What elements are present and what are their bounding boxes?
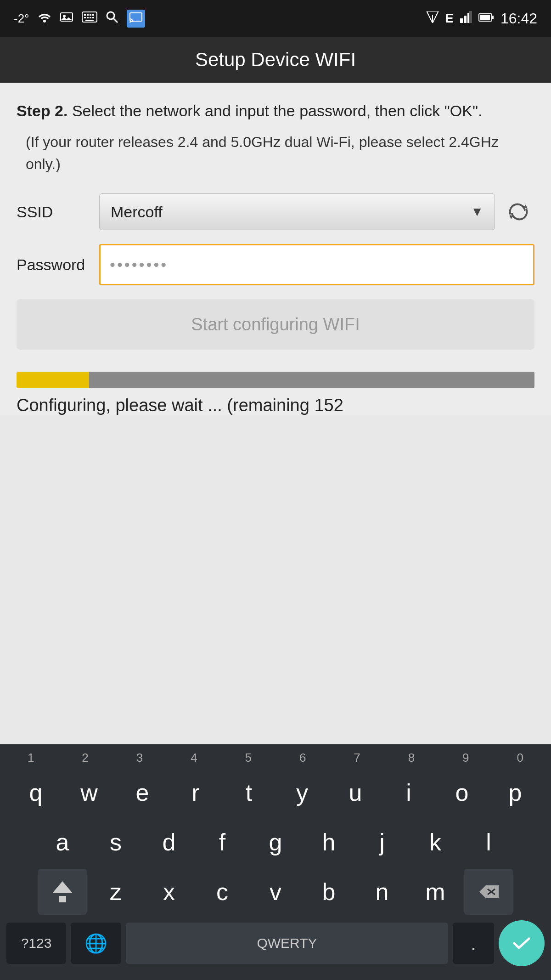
configure-wifi-label: Start configuring WIFI [191, 315, 360, 334]
symbols-button[interactable]: ?123 [6, 923, 66, 964]
password-label: Password [17, 256, 99, 274]
step-description: Select the network and input the passwor… [67, 102, 482, 119]
svg-rect-20 [464, 16, 467, 23]
key-g[interactable]: g [251, 819, 300, 865]
title-bar: Setup Device WIFI [0, 37, 551, 83]
status-bar-left: -2° [14, 10, 145, 28]
svg-rect-6 [90, 14, 91, 16]
key-k[interactable]: k [411, 819, 460, 865]
content-area: Step 2. Select the network and input the… [0, 83, 551, 361]
key-hint-2: 2 [60, 751, 111, 765]
key-u[interactable]: u [331, 770, 380, 816]
refresh-button[interactable] [502, 196, 534, 228]
status-bar-right: E 16:42 [427, 10, 537, 27]
keyboard: 1 2 3 4 5 6 7 8 9 0 q w e r t y u i o p … [0, 744, 551, 980]
key-z[interactable]: z [91, 869, 140, 915]
key-b[interactable]: b [304, 869, 353, 915]
key-c[interactable]: c [198, 869, 247, 915]
keyboard-row-3: z x c v b n m [0, 867, 551, 917]
key-o[interactable]: o [438, 770, 486, 816]
globe-button[interactable]: 🌐 [71, 923, 121, 964]
password-input-wrapper [99, 244, 534, 285]
key-hint-7: 7 [332, 751, 382, 765]
key-hint-8: 8 [386, 751, 437, 765]
key-p[interactable]: p [491, 770, 540, 816]
svg-rect-4 [84, 14, 86, 16]
svg-rect-24 [492, 16, 494, 19]
period-label: . [471, 932, 476, 955]
backspace-button[interactable] [464, 869, 513, 915]
dropdown-arrow-icon: ▼ [471, 204, 484, 219]
step-instruction: Step 2. Select the network and input the… [17, 99, 534, 123]
e-signal-label: E [445, 11, 454, 26]
cast-icon [127, 10, 145, 28]
battery-icon [478, 11, 494, 26]
progress-bar-container [17, 372, 534, 388]
keyboard-row-2: a s d f g h j k l [0, 817, 551, 867]
svg-rect-5 [87, 14, 89, 16]
space-label: QWERTY [257, 935, 317, 951]
key-hint-3: 3 [114, 751, 165, 765]
time-display: 16:42 [500, 10, 537, 27]
key-y[interactable]: y [278, 770, 326, 816]
svg-rect-7 [92, 14, 94, 16]
key-a[interactable]: a [38, 819, 87, 865]
key-hint-0: 0 [495, 751, 545, 765]
ssid-row: SSID Mercoff ▼ [17, 193, 534, 230]
key-s[interactable]: s [91, 819, 140, 865]
refresh-icon [507, 201, 529, 223]
key-j[interactable]: j [358, 819, 406, 865]
key-v[interactable]: v [251, 869, 300, 915]
key-e[interactable]: e [118, 770, 167, 816]
key-d[interactable]: d [145, 819, 193, 865]
key-q[interactable]: q [11, 770, 60, 816]
key-w[interactable]: w [65, 770, 113, 816]
svg-rect-22 [469, 11, 472, 23]
key-m[interactable]: m [411, 869, 460, 915]
svg-rect-9 [87, 17, 89, 18]
keyboard-bottom-row: ?123 🌐 QWERTY . [0, 917, 551, 980]
key-i[interactable]: i [384, 770, 433, 816]
password-input[interactable] [99, 244, 534, 285]
backspace-icon [478, 884, 500, 900]
key-x[interactable]: x [145, 869, 193, 915]
enter-button[interactable] [499, 920, 545, 966]
key-hint-6: 6 [277, 751, 328, 765]
wifi-icon [38, 11, 51, 26]
wifi-signal-icon [427, 11, 439, 26]
key-t[interactable]: t [225, 770, 273, 816]
checkmark-icon [512, 935, 532, 952]
page-title: Setup Device WIFI [195, 49, 356, 71]
key-l[interactable]: l [464, 819, 513, 865]
globe-icon: 🌐 [84, 933, 107, 954]
key-hint-4: 4 [169, 751, 219, 765]
key-h[interactable]: h [304, 819, 353, 865]
svg-rect-8 [84, 17, 86, 18]
symbols-label: ?123 [21, 935, 52, 951]
keyboard-icon [82, 11, 97, 26]
shift-base-icon [59, 896, 66, 902]
note-text: (If your router releases 2.4 and 5.0GHz … [17, 131, 534, 175]
ssid-value: Mercoff [111, 203, 163, 221]
signal-bars-icon [460, 11, 472, 26]
ssid-dropdown[interactable]: Mercoff ▼ [99, 193, 495, 230]
key-hint-9: 9 [440, 751, 491, 765]
key-hint-5: 5 [223, 751, 274, 765]
progress-area: Configuring, please wait ... (remaining … [0, 361, 551, 415]
space-button[interactable]: QWERTY [126, 923, 448, 964]
key-f[interactable]: f [198, 819, 247, 865]
period-button[interactable]: . [453, 923, 494, 964]
configure-wifi-button[interactable]: Start configuring WIFI [17, 299, 534, 350]
key-n[interactable]: n [358, 869, 406, 915]
svg-rect-10 [90, 17, 91, 18]
progress-status-text: Configuring, please wait ... (remaining … [17, 396, 534, 415]
shift-button[interactable] [38, 869, 87, 915]
keyboard-row-1: q w e r t y u i o p [0, 768, 551, 817]
svg-point-0 [43, 20, 46, 23]
svg-rect-19 [460, 18, 463, 23]
svg-rect-11 [92, 17, 94, 18]
image-icon [60, 11, 73, 26]
keyboard-numbers-row: 1 2 3 4 5 6 7 8 9 0 [0, 744, 551, 768]
svg-rect-25 [480, 15, 490, 20]
key-r[interactable]: r [171, 770, 220, 816]
